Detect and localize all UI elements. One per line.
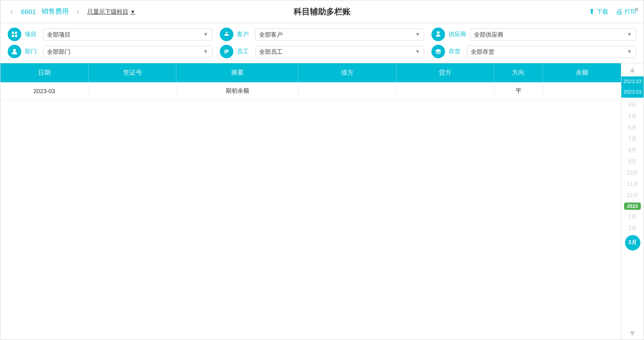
show-sub-button[interactable]: 只显示下级科目 ▼ [87, 8, 135, 16]
account-name: 销售费用 [42, 7, 69, 16]
print-button[interactable]: 🖨 打印 [616, 7, 636, 16]
col-header-direction: 方向 [494, 63, 543, 82]
sidebar-month-8[interactable]: 8月 [621, 145, 644, 156]
next-account-button[interactable]: › [74, 7, 82, 17]
customer-select-wrapper[interactable]: 全部客户 ▼ [255, 28, 425, 41]
cell-voucher [88, 82, 176, 100]
close-button[interactable]: × [634, 5, 639, 14]
cell-credit [396, 82, 494, 100]
sidebar-down-arrow[interactable]: ▼ [627, 327, 639, 340]
sidebar-month-1[interactable]: 1月 [621, 211, 644, 222]
supplier-icon [431, 28, 445, 41]
svg-point-5 [13, 49, 16, 52]
department-label: 部门 [25, 47, 39, 56]
download-label: 下载 [597, 8, 608, 16]
project-select-wrapper[interactable]: 全部项目 ▼ [43, 28, 213, 41]
col-header-summary: 摘要 [176, 63, 298, 82]
prev-account-button[interactable]: ‹ [8, 7, 15, 17]
print-icon: 🖨 [616, 8, 623, 16]
department-icon [8, 45, 21, 58]
employee-select[interactable]: 全部员工 [256, 46, 424, 57]
supplier-select-wrapper[interactable]: 全部供应商 ▼ [470, 28, 636, 41]
cell-direction: 平 [494, 82, 543, 100]
col-header-balance: 余额 [543, 63, 621, 82]
sidebar-month-4[interactable]: 4月 [621, 99, 644, 111]
supplier-label: 供应商 [449, 30, 466, 38]
department-filter: 部门 全部部门 ▼ [8, 45, 213, 58]
sidebar-period-1[interactable]: 2023.03 [621, 76, 644, 87]
sidebar-period-2[interactable]: 2023.03 [621, 87, 644, 97]
project-select[interactable]: 全部项目 [43, 29, 212, 40]
svg-point-4 [437, 31, 440, 34]
download-icon: ⬆ [589, 7, 595, 16]
supplier-filter: 供应商 全部供应商 ▼ [431, 28, 636, 41]
col-header-credit: 贷方 [396, 63, 494, 82]
col-header-debit: 借方 [298, 63, 396, 82]
sidebar-year-badge[interactable]: 2023 [624, 203, 640, 210]
employee-select-wrapper[interactable]: 全部员工 ▼ [255, 46, 425, 58]
project-icon [8, 28, 21, 41]
svg-rect-7 [224, 51, 229, 52]
sidebar-month-9[interactable]: 9月 [621, 156, 644, 167]
col-header-voucher: 凭证号 [88, 63, 176, 82]
account-code: 6601 [21, 8, 36, 15]
svg-rect-3 [15, 35, 17, 37]
department-select[interactable]: 全部部门 [43, 46, 212, 57]
inventory-icon [431, 45, 445, 58]
svg-rect-0 [12, 32, 14, 34]
main-table: 日期 凭证号 摘要 借方 贷方 方向 余额 2023-03 期初余额 [0, 63, 621, 100]
project-label: 项目 [25, 30, 39, 38]
sidebar-month-3-active[interactable]: 3月 [625, 235, 640, 250]
table-area: 日期 凭证号 摘要 借方 贷方 方向 余额 2023-03 期初余额 [0, 63, 621, 340]
sidebar-month-7[interactable]: 7月 [621, 133, 644, 145]
inventory-select[interactable]: 全部存货 [467, 46, 636, 57]
inventory-filter: 存货 全部存货 ▼ [431, 45, 636, 58]
employee-icon [220, 45, 233, 58]
project-filter: 项目 全部项目 ▼ [8, 28, 213, 41]
month-sidebar: ▲ 2023.03 2023.03 4月 5月 6月 7月 8月 9月 10月 … [621, 63, 644, 340]
sidebar-month-5[interactable]: 5月 [621, 111, 644, 122]
customer-icon [220, 28, 233, 41]
cell-debit [298, 82, 396, 100]
cell-summary: 期初余额 [176, 82, 298, 100]
table-row[interactable]: 2023-03 期初余额 平 [0, 82, 621, 100]
inventory-select-wrapper[interactable]: 全部存货 ▼ [467, 46, 636, 58]
cell-date: 2023-03 [0, 82, 88, 100]
cell-balance [543, 82, 621, 100]
supplier-select[interactable]: 全部供应商 [470, 29, 636, 40]
department-select-wrapper[interactable]: 全部部门 ▼ [43, 46, 213, 58]
employee-label: 员工 [237, 47, 251, 56]
customer-label: 客户 [237, 30, 251, 38]
customer-filter: 客户 全部客户 ▼ [220, 28, 425, 41]
svg-rect-8 [224, 52, 227, 53]
dropdown-arrow-icon: ▼ [130, 9, 135, 14]
show-sub-label: 只显示下级科目 [87, 8, 128, 16]
sidebar-month-11[interactable]: 11月 [621, 179, 644, 190]
sidebar-up-arrow[interactable]: ▲ [627, 63, 639, 76]
sidebar-month-6[interactable]: 6月 [621, 122, 644, 133]
download-button[interactable]: ⬆ 下载 [589, 7, 608, 16]
customer-select[interactable]: 全部客户 [256, 29, 424, 40]
employee-filter: 员工 全部员工 ▼ [220, 45, 425, 58]
svg-rect-6 [224, 50, 229, 51]
sidebar-month-10[interactable]: 10月 [621, 167, 644, 179]
inventory-label: 存货 [449, 47, 463, 56]
svg-rect-2 [12, 35, 14, 37]
sidebar-month-2[interactable]: 2月 [621, 222, 644, 234]
col-header-date: 日期 [0, 63, 88, 82]
page-title: 科目辅助多栏账 [294, 6, 350, 17]
sidebar-month-12[interactable]: 12月 [621, 190, 644, 201]
svg-rect-1 [15, 32, 17, 34]
